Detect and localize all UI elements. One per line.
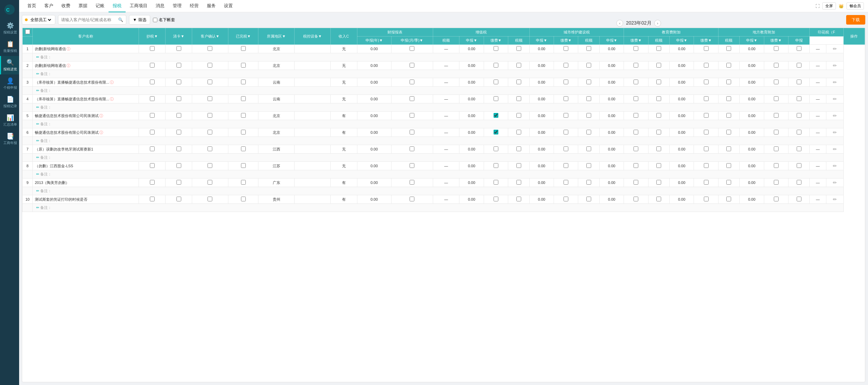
fin-year-check[interactable] xyxy=(391,128,433,137)
stamp-pay-check[interactable] xyxy=(788,61,810,70)
note-edit-icon[interactable]: ✏ xyxy=(36,172,39,176)
nav-customer[interactable]: 客户 xyxy=(40,0,57,12)
paid-checkbox[interactable] xyxy=(228,112,258,120)
confirm-checkbox[interactable] xyxy=(192,78,228,87)
company-name[interactable]: 勿删|新锐网络通信ⓘ xyxy=(33,45,139,53)
local-report-check[interactable] xyxy=(694,145,718,154)
edit-icon[interactable]: ✏ xyxy=(833,46,837,52)
chaoshui-checkbox[interactable] xyxy=(139,128,166,137)
company-name[interactable]: 畅捷通信息技术股份有限公司民珠测试ⓘ xyxy=(33,112,139,120)
vat-pay-check[interactable] xyxy=(508,45,529,53)
confirm-checkbox[interactable] xyxy=(192,179,228,187)
edu-report-check[interactable] xyxy=(624,78,648,87)
paid-checkbox[interactable] xyxy=(228,145,258,154)
city-report-check[interactable] xyxy=(554,61,578,70)
qingka-checkbox[interactable] xyxy=(166,78,192,87)
select-all-checkbox[interactable] xyxy=(25,29,30,34)
qingka-checkbox[interactable] xyxy=(166,195,192,204)
action-edit[interactable]: ✏ xyxy=(826,112,843,120)
edu-pay-check[interactable] xyxy=(648,78,669,87)
vat-pay-check[interactable] xyxy=(508,78,529,87)
edu-pay-check[interactable] xyxy=(648,195,669,204)
city-report-check[interactable] xyxy=(554,162,578,170)
action-edit[interactable]: ✏ xyxy=(826,95,843,103)
edit-icon[interactable]: ✏ xyxy=(833,197,837,202)
paid-checkbox[interactable] xyxy=(228,78,258,87)
qingka-checkbox[interactable] xyxy=(166,162,192,170)
chaoshui-checkbox[interactable] xyxy=(139,145,166,154)
local-pay-check[interactable] xyxy=(718,162,739,170)
vat-pay-check[interactable] xyxy=(508,145,529,154)
chaoshui-checkbox[interactable] xyxy=(139,162,166,170)
stamp-report-check[interactable] xyxy=(764,112,788,120)
action-edit[interactable]: ✏ xyxy=(826,61,843,70)
confirm-checkbox[interactable] xyxy=(192,145,228,154)
city-report-check[interactable] xyxy=(554,78,578,87)
note-edit-icon[interactable]: ✏ xyxy=(36,55,39,59)
edit-icon[interactable]: ✏ xyxy=(833,96,837,102)
local-report-check[interactable] xyxy=(694,128,718,137)
edu-pay-check[interactable] xyxy=(648,162,669,170)
download-button[interactable]: 下载 xyxy=(846,15,865,25)
edu-report-check[interactable] xyxy=(624,45,648,53)
edu-report-check[interactable] xyxy=(624,128,648,137)
action-edit[interactable]: ✏ xyxy=(826,128,843,137)
stamp-report-check[interactable] xyxy=(764,61,788,70)
employee-select[interactable]: 全部员工 xyxy=(29,17,52,23)
nav-settings[interactable]: 设置 xyxy=(220,0,237,12)
stamp-pay-check[interactable] xyxy=(788,78,810,87)
fullscreen-button[interactable]: 全屏 xyxy=(822,2,836,10)
sidebar-item-baoshuishezhi[interactable]: ⚙️ 报税设置 xyxy=(0,19,19,38)
stamp-pay-check[interactable] xyxy=(788,179,810,187)
edu-report-check[interactable] xyxy=(624,179,648,187)
edu-report-check[interactable] xyxy=(624,162,648,170)
qingka-checkbox[interactable] xyxy=(166,61,192,70)
vat-pay-check[interactable] xyxy=(508,112,529,120)
paid-checkbox[interactable] xyxy=(228,61,258,70)
fin-year-check[interactable] xyxy=(391,179,433,187)
nav-business[interactable]: 工商项目 xyxy=(126,0,152,12)
fin-year-check[interactable] xyxy=(391,145,433,154)
city-report-check[interactable] xyxy=(554,45,578,53)
city-pay-check[interactable] xyxy=(578,61,599,70)
city-pay-check[interactable] xyxy=(578,145,599,154)
local-report-check[interactable] xyxy=(694,179,718,187)
confirm-checkbox[interactable] xyxy=(192,61,228,70)
local-pay-check[interactable] xyxy=(718,78,739,87)
paid-checkbox[interactable] xyxy=(228,179,258,187)
stamp-pay-check[interactable] xyxy=(788,195,810,204)
company-name[interactable]: 测试斯套的凭证打印的时候是否 xyxy=(33,195,139,204)
local-pay-check[interactable] xyxy=(718,95,739,103)
qingka-checkbox[interactable] xyxy=(166,128,192,137)
city-report-check[interactable] xyxy=(554,95,578,103)
chaoshui-checkbox[interactable] xyxy=(139,112,166,120)
company-name[interactable]: （勿删）江西股金-LSS xyxy=(33,162,139,170)
company-name[interactable]: 2013（陶美芳勿删） xyxy=(33,179,139,187)
stamp-report-check[interactable] xyxy=(764,45,788,53)
city-pay-check[interactable] xyxy=(578,78,599,87)
edu-pay-check[interactable] xyxy=(648,128,669,137)
paid-checkbox[interactable] xyxy=(228,95,258,103)
edit-icon[interactable]: ✏ xyxy=(833,146,837,152)
nav-home[interactable]: 首页 xyxy=(23,0,40,12)
edu-report-check[interactable] xyxy=(624,112,648,120)
local-report-check[interactable] xyxy=(694,61,718,70)
edu-report-check[interactable] xyxy=(624,195,648,204)
action-edit[interactable]: ✏ xyxy=(826,145,843,154)
note-edit-icon[interactable]: ✏ xyxy=(36,88,39,92)
vat-pay-check[interactable] xyxy=(508,162,529,170)
next-date-button[interactable]: › xyxy=(654,20,661,27)
fin-year-check[interactable] xyxy=(391,61,433,70)
note-edit-icon[interactable]: ✏ xyxy=(36,122,39,126)
city-report-check[interactable] xyxy=(554,179,578,187)
stamp-report-check[interactable] xyxy=(764,95,788,103)
city-report-check[interactable] xyxy=(554,145,578,154)
edu-pay-check[interactable] xyxy=(648,45,669,53)
fin-year-check[interactable] xyxy=(391,112,433,120)
edu-pay-check[interactable] xyxy=(648,179,669,187)
table-wrap[interactable]: 客户名称 抄税▼ 清卡▼ 客户确认▼ 已完税▼ xyxy=(22,27,865,382)
stamp-pay-check[interactable] xyxy=(788,112,810,120)
nav-message[interactable]: 消息 xyxy=(152,0,169,12)
vat-report-check[interactable] xyxy=(484,112,508,120)
stamp-pay-check[interactable] xyxy=(788,95,810,103)
